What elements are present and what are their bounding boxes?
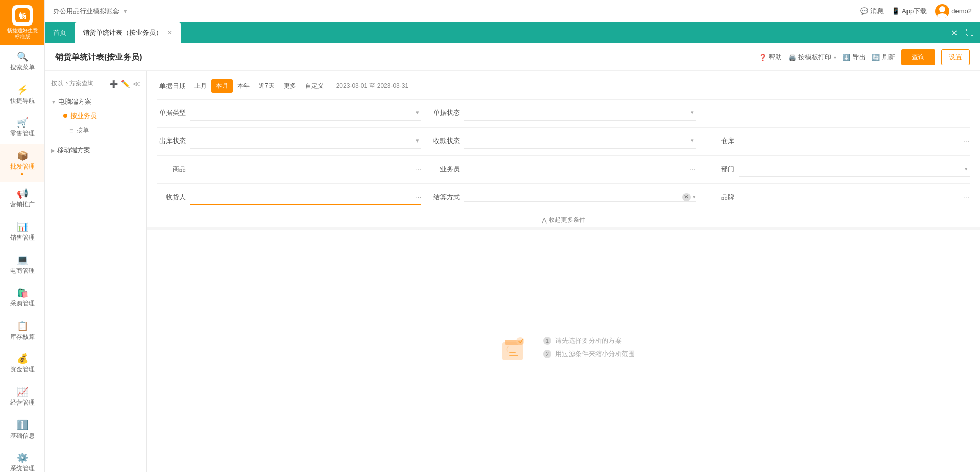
tab-maximize-btn[interactable]: ⛶ <box>964 26 976 39</box>
sidebar-item-finance[interactable]: 💰 资金管理 <box>0 347 44 380</box>
retail-icon: 🛒 <box>17 117 28 128</box>
refresh-btn[interactable]: 🔄 刷新 <box>872 53 895 62</box>
tab-home[interactable]: 首页 <box>45 22 75 43</box>
collapse-up-icon: ⋀ <box>542 217 547 224</box>
sidebar-item-inventory[interactable]: 📋 库存核算 <box>0 314 44 347</box>
goods-dots-icon[interactable]: ··· <box>415 165 422 173</box>
doc-type-select[interactable]: ▾ <box>190 105 421 121</box>
edit-scheme-icon[interactable]: ✏️ <box>121 80 130 88</box>
app-download-btn[interactable]: 📱 App下载 <box>892 7 927 16</box>
doc-status-select[interactable]: ▾ <box>464 105 695 121</box>
template-print-btn[interactable]: 🖨️ 按模板打印 ▾ <box>788 53 836 62</box>
home-tab-label: 首页 <box>53 28 66 37</box>
marketing-icon: 📢 <box>17 188 28 199</box>
warehouse-input[interactable] <box>739 133 962 149</box>
scheme-group-desktop: ▼ 电脑端方案 按业务员 ≡ 按单 <box>45 93 146 139</box>
date-tab-this-year[interactable]: 本年 <box>233 79 254 93</box>
logo-text: 畅捷通好生意 标准版 <box>7 28 38 40</box>
sidebar-item-label: 快捷导航 <box>10 97 35 105</box>
doc-type-label: 单据类型 <box>157 108 186 117</box>
warehouse-dots-icon[interactable]: ··· <box>964 137 970 145</box>
collapse-btn[interactable]: ⋀ 收起更多条件 <box>157 213 970 227</box>
download-icon: 📱 <box>892 7 900 15</box>
search-icon: 🔍 <box>17 51 28 62</box>
hint1-num: 1 <box>543 337 551 345</box>
sidebar-item-quick-nav[interactable]: ⚡ 快捷导航 <box>0 78 44 111</box>
messages-btn[interactable]: 💬 消息 <box>860 7 884 16</box>
sidebar-item-purchase[interactable]: 🛍️ 采购管理 <box>0 281 44 314</box>
tabbar-actions: ✕ ⛶ <box>949 26 980 40</box>
out-status-select[interactable]: ▾ <box>190 133 421 149</box>
svg-point-2 <box>939 6 945 12</box>
payment-status-control: ▾ <box>464 133 695 149</box>
collapse-label: 收起更多条件 <box>549 216 585 224</box>
salesperson-dots-icon[interactable]: ··· <box>690 165 696 173</box>
help-btn[interactable]: ❓ 帮助 <box>758 53 782 62</box>
sidebar-item-system[interactable]: ⚙️ 系统管理 <box>0 446 44 472</box>
sidebar-item-label: 零售管理 <box>10 130 35 138</box>
department-select[interactable]: ▾ <box>739 161 970 177</box>
filter-doc-status: 单据状态 ▾ <box>431 104 695 122</box>
export-icon: ⬇️ <box>842 54 850 61</box>
divider4 <box>157 183 970 184</box>
sidebar-item-marketing[interactable]: 📢 营销推广 <box>0 182 44 215</box>
mobile-scheme-header[interactable]: ▶ 移动端方案 <box>51 144 140 157</box>
scheme-item-salesperson[interactable]: 按业务员 <box>51 108 140 124</box>
payment-status-arrow-icon: ▾ <box>691 137 694 144</box>
export-btn[interactable]: ⬇️ 导出 <box>842 53 866 62</box>
payment-status-select[interactable]: ▾ <box>464 133 695 149</box>
user-menu[interactable]: demo2 <box>935 4 972 18</box>
date-tab-custom[interactable]: 自定义 <box>301 79 328 93</box>
date-tab-last7days[interactable]: 近7天 <box>254 79 279 93</box>
sidebar-item-basic[interactable]: ℹ️ 基础信息 <box>0 413 44 446</box>
date-tab-last-month[interactable]: 上月 <box>190 79 211 93</box>
settlement-clear-icon[interactable]: ✕ <box>682 193 691 201</box>
sidebar-item-sales[interactable]: 📊 销售管理 <box>0 215 44 248</box>
date-tab-this-month[interactable]: 本月 <box>211 79 233 93</box>
filter-goods: 商品 ··· <box>157 160 421 178</box>
sidebar-item-label: 库存核算 <box>10 333 35 341</box>
sidebar-item-label: 采购管理 <box>10 300 35 308</box>
collapse-panel-icon[interactable]: ≪ <box>133 80 140 88</box>
settings-button[interactable]: 设置 <box>941 49 970 65</box>
sidebar-item-operations[interactable]: 📈 经营管理 <box>0 380 44 413</box>
scheme-item-order[interactable]: ≡ 按单 <box>51 124 140 137</box>
tab-close-icon[interactable]: ✕ <box>167 29 173 36</box>
filter-salesperson: 业务员 ··· <box>431 160 695 178</box>
export-label: 导出 <box>852 53 866 62</box>
hint1-text: 请先选择要分析的方案 <box>555 336 622 345</box>
goods-input[interactable] <box>190 161 413 177</box>
svg-point-6 <box>516 337 524 345</box>
sidebar-item-ecommerce[interactable]: 💻 电商管理 <box>0 248 44 281</box>
brand-input[interactable] <box>739 190 962 205</box>
salesperson-input[interactable] <box>464 161 688 177</box>
sidebar-item-wholesale[interactable]: 📦 批发管理 ▲ <box>0 144 44 182</box>
scheme-group-desktop-header[interactable]: ▼ 电脑端方案 <box>51 95 140 108</box>
main-area: 办公用品行业模拟账套 ▾ 💬 消息 📱 App下载 demo2 首页 <box>45 0 980 472</box>
content-area: 销货单统计表(按业务员) ❓ 帮助 🖨️ 按模板打印 ▾ ⬇️ 导出 🔄 刷 <box>45 43 980 472</box>
avatar <box>935 4 949 18</box>
sidebar-item-label: 电商管理 <box>10 267 35 275</box>
topbar: 办公用品行业模拟账套 ▾ 💬 消息 📱 App下载 demo2 <box>45 0 980 22</box>
sidebar-item-label: 系统管理 <box>10 465 35 472</box>
filter-payment-status: 收款状态 ▾ <box>431 132 695 150</box>
out-status-control: ▾ <box>190 133 421 149</box>
tab-minimize-btn[interactable]: ✕ <box>949 26 960 40</box>
receiver-dots-icon[interactable]: ··· <box>415 193 422 201</box>
sidebar-item-retail[interactable]: 🛒 零售管理 <box>0 111 44 144</box>
ecommerce-icon: 💻 <box>17 254 28 266</box>
doc-status-label: 单据状态 <box>431 108 460 117</box>
department-control: ▾ <box>739 161 970 177</box>
mobile-section: ▶ 移动端方案 <box>45 141 146 159</box>
query-button[interactable]: 查询 <box>901 49 935 65</box>
receiver-input[interactable] <box>190 189 413 204</box>
brand-dots-icon[interactable]: ··· <box>964 193 970 201</box>
topbar-left: 办公用品行业模拟账套 ▾ <box>53 7 127 16</box>
refresh-icon: 🔄 <box>872 54 880 61</box>
tab-report[interactable]: 销货单统计表（按业务员） ✕ <box>75 22 181 43</box>
date-tab-more[interactable]: 更多 <box>279 79 301 93</box>
dropdown-arrow-icon[interactable]: ▾ <box>124 7 127 15</box>
active-dot <box>63 114 67 118</box>
add-scheme-icon[interactable]: ➕ <box>109 80 118 88</box>
sidebar-item-search[interactable]: 🔍 搜索菜单 <box>0 45 44 78</box>
